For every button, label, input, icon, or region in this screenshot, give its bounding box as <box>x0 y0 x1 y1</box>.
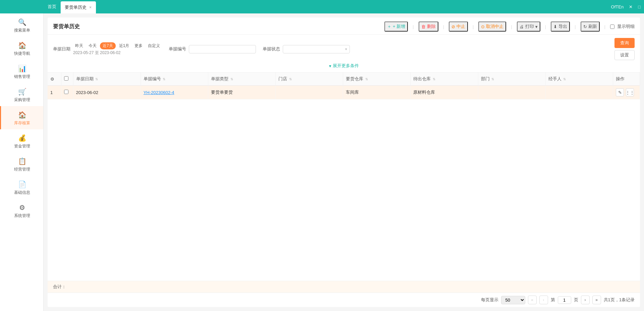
sidebar-item-finance-mgmt[interactable]: 💰 资金管理 <box>0 129 43 152</box>
next-page-btn[interactable]: › <box>581 296 590 304</box>
th-doc-type: 单据类型 ⇅ <box>208 73 275 86</box>
date-btn-yesterday[interactable]: 昨天 <box>73 42 85 49</box>
main-layout: 🔍 搜索菜单 🏠 快捷导航 📊 销售管理 🛒 采购管理 🏠 库存核算 💰 资金管… <box>0 13 644 311</box>
sidebar: 🔍 搜索菜单 🏠 快捷导航 📊 销售管理 🛒 采购管理 🏠 库存核算 💰 资金管… <box>0 13 44 311</box>
sort-store-icon[interactable]: ⇅ <box>289 77 292 81</box>
date-btn-today[interactable]: 今天 <box>87 42 99 49</box>
th-settings: ⚙ <box>48 73 61 86</box>
filter-row: 单据日期 昨天 今天 近7天 近1月 更多 自定义 2023-05-27 至 2… <box>53 38 635 60</box>
doc-no-label: 单据编号 <box>169 46 186 52</box>
finance-icon: 💰 <box>18 134 26 142</box>
stop-button[interactable]: ⊘ 中止 <box>449 21 468 32</box>
quick-nav-icon: 🏠 <box>18 41 26 49</box>
doc-status-select[interactable] <box>283 45 350 53</box>
table-row[interactable]: 1 2023-06-02 YH-20230602-4 要货单要货 车间库 原材料… <box>48 86 640 99</box>
sort-dept-icon[interactable]: ⇅ <box>491 77 494 81</box>
top-bar-right: OfTEn ✕ □ <box>611 4 641 9</box>
per-page-label: 每页显示 <box>481 297 498 303</box>
cell-doc-no[interactable]: YH-20230602-4 <box>141 86 208 99</box>
settings-icon[interactable]: ⚙ <box>50 77 54 82</box>
th-checkbox <box>61 73 73 86</box>
th-actions: 操作 <box>613 73 640 86</box>
stop-icon: ⊘ <box>451 24 455 29</box>
date-btn-1month[interactable]: 近1月 <box>117 42 131 49</box>
tab-close-icon[interactable]: × <box>89 5 92 10</box>
page-number-input[interactable] <box>558 296 571 304</box>
delete-button[interactable]: 🗑 删除 <box>419 21 438 32</box>
cell-doc-type: 要货单要货 <box>208 86 275 99</box>
date-filter-label: 单据日期 <box>53 46 70 52</box>
filter-area: 单据日期 昨天 今天 近7天 近1月 更多 自定义 2023-05-27 至 2… <box>48 35 640 73</box>
system-icon: ⚙ <box>19 204 25 212</box>
sort-handler-icon[interactable]: ⇅ <box>563 77 566 81</box>
delete-icon: 🗑 <box>421 24 426 29</box>
doc-no-filter: 单据编号 <box>169 45 256 53</box>
sort-pending-wh-icon[interactable]: ⇅ <box>433 77 435 81</box>
header-actions: ＋ + 新增 | 🗑 删除 | ⊘ 中止 | ⊙ <box>384 21 635 32</box>
sort-doc-date-icon[interactable]: ⇅ <box>95 77 98 81</box>
search-menu-icon: 🔍 <box>18 18 26 26</box>
tab-home[interactable]: 要货单历史 首页 <box>44 0 61 13</box>
date-filter: 单据日期 昨天 今天 近7天 近1月 更多 自定义 2023-05-27 至 2… <box>53 42 162 56</box>
sidebar-item-quick-nav[interactable]: 🏠 快捷导航 <box>0 37 43 60</box>
page-title: 要货单历史 <box>53 23 80 30</box>
print-arrow-icon: ▾ <box>535 24 538 29</box>
th-store: 门店 ⇅ <box>276 73 343 86</box>
sort-req-wh-icon[interactable]: ⇅ <box>365 77 368 81</box>
sort-doc-type-icon[interactable]: ⇅ <box>230 77 233 81</box>
sidebar-item-system-mgmt[interactable]: ⚙ 系统管理 <box>0 199 43 222</box>
doc-status-label: 单据状态 <box>263 46 280 52</box>
last-page-btn[interactable]: » <box>592 296 601 304</box>
doc-status-select-wrap: ▾ <box>283 45 350 53</box>
row-delete-btn[interactable]: ⋮⋮ <box>626 88 634 96</box>
minimize-icon[interactable]: □ <box>638 4 641 9</box>
close-window-icon[interactable]: ✕ <box>629 4 633 9</box>
date-btn-7days[interactable]: 近7天 <box>100 42 116 49</box>
sidebar-item-sales-mgmt[interactable]: 📊 销售管理 <box>0 60 43 83</box>
cell-dept <box>478 86 545 99</box>
row-checkbox[interactable] <box>64 90 68 94</box>
date-btn-more[interactable]: 更多 <box>132 42 145 49</box>
export-button[interactable]: ⬇ 导出 <box>551 21 570 32</box>
cell-index: 1 <box>48 86 61 99</box>
total-info: 共1页，1条记录 <box>604 297 635 303</box>
show-detail-toggle[interactable]: 显示明细 <box>610 24 635 30</box>
show-detail-checkbox[interactable] <box>610 25 614 29</box>
cancel-stop-button[interactable]: ⊙ 取消中止 <box>478 21 506 32</box>
settings-button[interactable]: 设置 <box>614 50 635 60</box>
date-btn-custom[interactable]: 自定义 <box>146 42 162 49</box>
doc-status-filter: 单据状态 ▾ <box>263 45 350 53</box>
sidebar-item-inventory[interactable]: 🏠 库存核算 <box>0 106 43 129</box>
row-edit-btn[interactable]: ✎ <box>616 88 624 96</box>
page-card: 要货单历史 ＋ + 新增 | 🗑 删除 | ⊘ 中止 <box>48 17 640 307</box>
table-header-row: ⚙ 单据日期 ⇅ 单据编号 ⇅ <box>48 73 640 86</box>
cell-pending-warehouse: 原材料仓库 <box>411 86 478 99</box>
th-handler: 经手人 ⇅ <box>545 73 613 86</box>
doc-no-input[interactable] <box>189 45 256 53</box>
expand-more-btn[interactable]: ▾ 展开更多条件 <box>53 63 635 69</box>
sales-icon: 📊 <box>18 64 26 73</box>
tab-requisition-history[interactable]: 要货单历史 × <box>61 1 96 13</box>
cell-actions: ✎ ⋮⋮ <box>613 86 640 99</box>
data-table: ⚙ 单据日期 ⇅ 单据编号 ⇅ <box>48 73 640 99</box>
prev-page-btn[interactable]: ‹ <box>539 296 548 304</box>
sidebar-item-purchase-mgmt[interactable]: 🛒 采购管理 <box>0 83 43 106</box>
first-page-btn[interactable]: « <box>528 296 537 304</box>
cell-req-warehouse: 车间库 <box>343 86 411 99</box>
footer-summary: 合计： <box>48 281 640 293</box>
print-button[interactable]: 🖨 打印 ▾ <box>517 21 540 32</box>
sort-doc-no-icon[interactable]: ⇅ <box>163 77 165 81</box>
cancel-stop-icon: ⊙ <box>481 24 485 29</box>
operations-icon: 📋 <box>18 157 26 165</box>
sidebar-item-base-info[interactable]: 📄 基础信息 <box>0 176 43 199</box>
th-dept: 部门 ⇅ <box>478 73 545 86</box>
add-button[interactable]: ＋ + 新增 <box>384 21 408 32</box>
query-button[interactable]: 查询 <box>614 38 635 48</box>
add-icon: ＋ <box>387 24 391 30</box>
cell-doc-date: 2023-06-02 <box>73 86 141 99</box>
sidebar-item-search-menu[interactable]: 🔍 搜索菜单 <box>0 13 43 37</box>
per-page-select[interactable]: 20 50 100 <box>501 296 525 304</box>
sidebar-item-operations-mgmt[interactable]: 📋 经营管理 <box>0 152 43 176</box>
refresh-button[interactable]: ↻ 刷新 <box>581 21 600 32</box>
select-all-checkbox[interactable] <box>64 76 68 81</box>
